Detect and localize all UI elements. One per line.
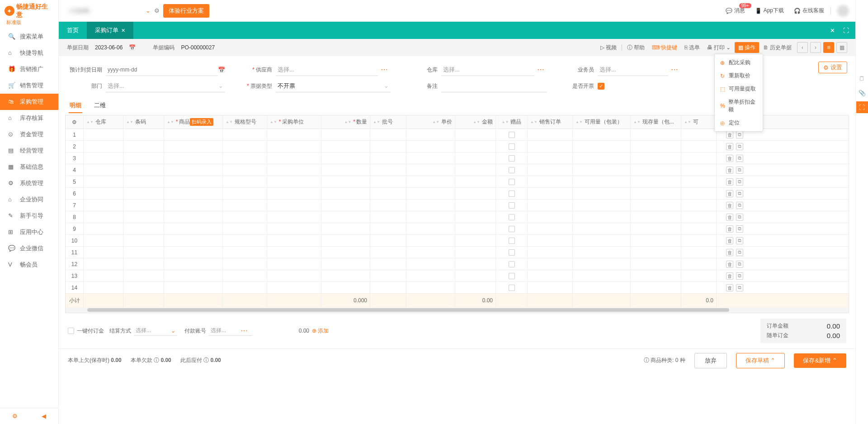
add-account-button[interactable]: ⊕ 添加 [312,327,329,335]
sidebar-item-guide[interactable]: ✎新手引导 [0,208,58,224]
sidebar-item-search[interactable]: 🔍搜索菜单 [0,29,58,45]
col-unit[interactable]: 采购单位 [279,118,304,126]
tab-purchase-order[interactable]: 采购订单 ✕ [87,22,133,39]
row-delete-icon[interactable]: 🗑 [726,237,733,244]
sidebar-item-chart[interactable]: ▤经营管理 [0,143,58,159]
tab-home[interactable]: 首页 [59,22,87,39]
row-copy-icon[interactable]: ⧉ [736,190,743,197]
help-link[interactable]: ⓘ 帮助 [624,42,648,53]
row-copy-icon[interactable]: ⧉ [736,284,743,291]
table-row[interactable]: 4🗑⧉ [66,164,849,176]
gift-checkbox[interactable] [509,226,515,232]
doc-date-value[interactable]: 2023-06-06 [95,44,123,51]
col-stock[interactable]: 现存量（包... [642,118,674,126]
sidebar-item-cart[interactable]: 🛒销售管理 [0,77,58,94]
app-download-link[interactable]: 📱 App下载 [755,7,784,14]
ops-menu-item[interactable]: ◎定位 [715,116,763,129]
row-copy-icon[interactable]: ⧉ [736,131,743,138]
table-row[interactable]: 3🗑⧉ [66,152,849,164]
tenant-gear-icon[interactable]: ⚙ [154,7,160,14]
account-value[interactable]: 0.00 [255,328,309,334]
messages-link[interactable]: 💬 消息 99+ [726,7,745,14]
settle-select[interactable]: 选择...⌄ [134,326,177,336]
col-gift[interactable]: 赠品 [510,118,521,126]
table-row[interactable]: 2🗑⧉ [66,141,849,152]
dept-select[interactable]: 选择...⌄ [106,80,225,92]
sidebar-item-wechat[interactable]: 💬企业微信 [0,240,58,257]
print-link[interactable]: 🖶 打印 ⌄ [704,42,734,53]
tab-close-icon[interactable]: ✕ [121,28,125,33]
col-salesorder[interactable]: 销售订单 [539,118,561,126]
row-delete-icon[interactable]: 🗑 [726,272,733,280]
rail-expand-icon[interactable]: ⛶ [856,101,868,113]
salesperson-select[interactable]: 选择... [598,63,668,76]
table-row[interactable]: 14🗑⧉ [66,282,849,294]
next-doc-button[interactable]: › [810,42,821,53]
row-delete-icon[interactable]: 🗑 [726,214,733,221]
settings-button[interactable]: ⚙ 设置 [818,62,847,73]
video-link[interactable]: ▷ 视频 [597,42,620,53]
gift-checkbox[interactable] [509,238,515,244]
gift-checkbox[interactable] [509,191,515,197]
col-qty[interactable]: 数量 [353,118,367,126]
warehouse-select[interactable]: 选择... [441,63,534,76]
row-delete-icon[interactable]: 🗑 [726,249,733,256]
sidebar-item-bag[interactable]: 🛍采购管理 [0,94,58,110]
table-row[interactable]: 9🗑⧉ [66,223,849,235]
deposit-checkbox[interactable] [68,328,74,334]
col-warehouse[interactable]: 仓库 [95,118,106,126]
gift-checkbox[interactable] [509,285,515,291]
gift-checkbox[interactable] [509,167,515,173]
row-copy-icon[interactable]: ⧉ [736,143,743,150]
select-doc-link[interactable]: ⎘ 选单 [681,42,703,53]
table-row[interactable]: 8🗑⧉ [66,211,849,223]
trial-button[interactable]: 体验行业方案 [163,4,209,18]
row-copy-icon[interactable]: ⧉ [736,178,743,186]
support-link[interactable]: 🎧 在线客服 [794,7,824,14]
gift-checkbox[interactable] [509,202,515,209]
supplier-select[interactable]: 选择... [276,63,378,76]
table-row[interactable]: 6🗑⧉ [66,188,849,200]
ops-menu-item[interactable]: %整单折扣金额 [715,95,763,116]
row-delete-icon[interactable]: 🗑 [726,167,733,174]
ops-menu-item[interactable]: ⬚可用量提取 [715,82,763,95]
row-copy-icon[interactable]: ⧉ [736,225,743,233]
sidebar-item-db[interactable]: ▦基础信息 [0,159,58,175]
scan-tag[interactable]: 扫码录入 [190,118,213,126]
rail-attach-icon[interactable]: 📎 [856,87,868,99]
col-amount[interactable]: 金额 [482,118,493,126]
ops-button[interactable]: ▦ 操作 [735,42,759,53]
calendar-icon[interactable]: 📅 [129,44,136,51]
col-product[interactable]: 商品 [176,118,190,126]
save-draft-button[interactable]: 保存草稿 ⌃ [736,353,785,368]
col-batch[interactable]: 批号 [382,118,393,126]
sidebar-item-rocket[interactable]: ⌂快捷导航 [0,45,58,61]
col-more[interactable]: 可 [693,118,698,126]
table-row[interactable]: 13🗑⧉ [66,270,849,282]
row-delete-icon[interactable]: 🗑 [726,261,733,268]
ops-menu-item[interactable]: ↻重新取价 [715,69,763,82]
sidebar-item-vip[interactable]: V畅会员 [0,257,58,273]
row-delete-icon[interactable]: 🗑 [726,131,733,138]
tenant-name[interactable]: （已隐藏） [65,7,142,15]
gift-checkbox[interactable] [509,214,515,220]
invoice-checkbox[interactable]: ✓ [598,83,604,90]
prev-doc-button[interactable]: ‹ [797,42,808,53]
subtab-dim[interactable]: 二维 [93,99,107,113]
account-more-icon[interactable]: ⋯ [238,329,250,333]
subtab-detail[interactable]: 明细 [69,99,82,113]
row-delete-icon[interactable]: 🗑 [726,143,733,150]
sidebar-item-gear[interactable]: ⚙系统管理 [0,175,58,191]
table-row[interactable]: 5🗑⧉ [66,176,849,188]
col-spec[interactable]: 规格型号 [235,118,256,126]
row-delete-icon[interactable]: 🗑 [726,178,733,186]
row-copy-icon[interactable]: ⧉ [736,167,743,174]
ticket-type-select[interactable]: 不开票⌄ [276,80,391,92]
rail-note-icon[interactable]: 🗒 [856,72,868,84]
tab-fullscreen-icon[interactable]: ⛶ [839,24,853,37]
warehouse-more-icon[interactable]: ⋯ [534,68,547,71]
table-row[interactable]: 12🗑⧉ [66,258,849,270]
layout-list-button[interactable]: ≡ [823,42,834,53]
sidebar-item-team[interactable]: ⌂企业协同 [0,191,58,208]
row-copy-icon[interactable]: ⧉ [736,261,743,268]
